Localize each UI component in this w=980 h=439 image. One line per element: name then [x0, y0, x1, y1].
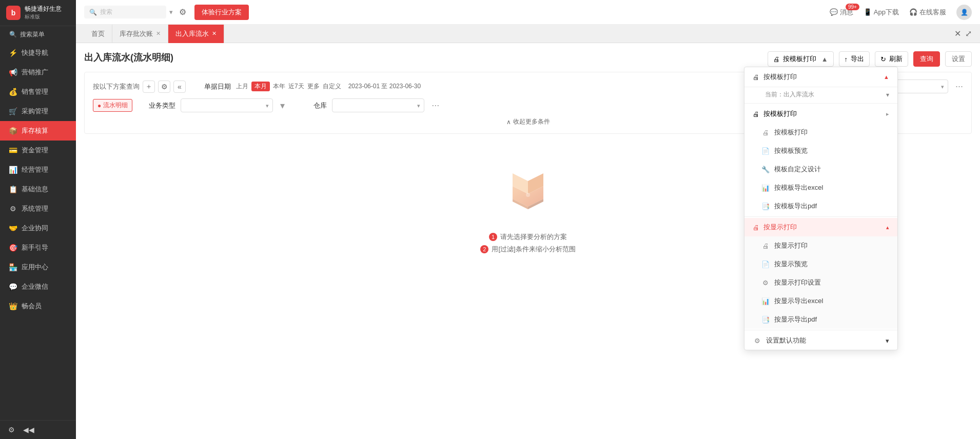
sidebar-item-system[interactable]: ⚙ 系统管理	[0, 199, 76, 218]
warehouse-more-icon[interactable]: ···	[432, 100, 439, 111]
app-download-btn[interactable]: 📱 App下载	[864, 8, 899, 17]
message-btn[interactable]: 💬 消息 99+	[830, 8, 853, 17]
sidebar-item-label: 采购管理	[22, 107, 48, 116]
display-print-settings-item[interactable]: ⚙ 按显示打印设置	[744, 273, 897, 292]
sidebar-item-marketing[interactable]: 📢 营销推广	[0, 63, 76, 82]
template-preview-item[interactable]: 📄 按模板预览	[744, 142, 897, 160]
export-icon: ↑	[845, 55, 848, 63]
app-download-icon: 📱	[864, 8, 872, 16]
sidebar-item-inventory[interactable]: 📦 库存核算	[0, 121, 76, 141]
filter-tag-icon: ●	[97, 102, 101, 109]
date-shortcuts: 上月 本月 本年 近7天 更多 自定义	[236, 82, 341, 91]
date-this-month[interactable]: 本月	[251, 82, 270, 91]
export-btn[interactable]: ↑ 导出	[839, 51, 870, 67]
settings-btn[interactable]: 设置	[945, 51, 972, 67]
set-default-label: 设置默认功能	[766, 336, 806, 345]
sidebar-item-guide[interactable]: 🎯 新手引导	[0, 238, 76, 257]
online-service-label: 在线客服	[919, 8, 946, 17]
sidebar-item-appstore[interactable]: 🏪 应用中心	[0, 257, 76, 277]
template-customize-label: 模板自定义设计	[774, 165, 821, 174]
sidebar-search-label: 搜索菜单	[20, 30, 45, 39]
sidebar-item-enterprise[interactable]: 🤝 企业协同	[0, 218, 76, 238]
quick-nav-icon: ⚡	[8, 49, 17, 57]
sidebar-nav: ⚡ 快捷导航 📢 营销推广 💰 销售管理 🛒 采购管理 📦 库存核算 💳 资金管…	[0, 43, 76, 420]
empty-hint2-row: 2 用[过滤]条件来缩小分析范围	[480, 245, 575, 254]
template-customize-item[interactable]: 🔧 模板自定义设计	[744, 160, 897, 178]
template-print-section-header[interactable]: 🖨 按模板打印 ▸	[744, 105, 897, 123]
set-default-item[interactable]: ⚙ 设置默认功能 ▾	[744, 331, 897, 350]
business-type-more-icon[interactable]: ▾	[280, 100, 285, 111]
topbar-gear-icon[interactable]: ⚙	[179, 7, 186, 17]
basic-icon: 📋	[8, 185, 17, 193]
display-section-chevron: ▴	[886, 224, 889, 231]
sidebar: b 畅捷通好生意 标准版 🔍 搜索菜单 ⚡ 快捷导航 📢 营销推广 💰 销售管理…	[0, 0, 76, 439]
print-dropdown-collapse-icon[interactable]: ▲	[884, 74, 889, 80]
app-name: 畅捷通好生意	[25, 5, 62, 13]
topbar-dropdown-icon[interactable]: ▾	[169, 8, 173, 16]
date-range-display: 2023-06-01 至 2023-06-30	[348, 82, 421, 91]
sidebar-item-label: 快捷导航	[22, 48, 48, 57]
manage-scheme-btn[interactable]: ⚙	[158, 81, 170, 93]
warehouse-select[interactable]	[332, 98, 424, 112]
tab-batch-account[interactable]: 库存批次账 ✕	[112, 25, 168, 43]
print-current-chevron[interactable]: ▾	[886, 91, 889, 98]
empty-illustration	[502, 171, 554, 222]
template-export-pdf-label: 按模板导出pdf	[774, 202, 817, 211]
doc-type-more-icon[interactable]: ···	[955, 81, 963, 92]
sidebar-search[interactable]: 🔍 搜索菜单	[0, 26, 76, 43]
date-this-year[interactable]: 本年	[273, 82, 285, 91]
business-type-select[interactable]	[181, 98, 273, 112]
sidebar-item-label: 企业微信	[22, 282, 48, 291]
industry-btn[interactable]: 体验行业方案	[194, 5, 249, 20]
print-template-btn[interactable]: 🖨 按模板打印 ▲	[768, 51, 834, 67]
user-avatar[interactable]: 👤	[956, 5, 972, 20]
set-default-chevron: ▾	[886, 337, 889, 345]
template-print-item[interactable]: 🖨 按模板打印	[744, 123, 897, 142]
template-export-excel-label: 按模板导出excel	[774, 183, 823, 192]
template-export-pdf-item[interactable]: 📑 按模板导出pdf	[744, 197, 897, 215]
sidebar-item-label: 营销推广	[22, 68, 48, 77]
sidebar-logo: b 畅捷通好生意 标准版	[0, 0, 76, 26]
tab-inout-flow[interactable]: 出入库流水 ✕	[168, 25, 224, 43]
sidebar-item-member[interactable]: 👑 畅会员	[0, 296, 76, 316]
tab-batch-account-close[interactable]: ✕	[156, 30, 161, 37]
sidebar-item-operation[interactable]: 📊 经营管理	[0, 160, 76, 179]
tab-close-all-icon[interactable]: ✕	[954, 29, 961, 38]
add-scheme-btn[interactable]: ＋	[143, 81, 155, 93]
sidebar-item-wechat[interactable]: 💬 企业微信	[0, 277, 76, 296]
wechat-icon: 💬	[8, 283, 17, 291]
date-last-7-days[interactable]: 近7天	[288, 82, 304, 91]
sidebar-item-finance[interactable]: 💳 资金管理	[0, 141, 76, 160]
collapse-sidebar-icon[interactable]: ◀◀	[23, 426, 34, 434]
date-more[interactable]: 更多	[307, 82, 320, 91]
display-print-item[interactable]: 🖨 按显示打印	[744, 236, 897, 255]
display-print-section-header[interactable]: 🖨 按显示打印 ▴	[744, 218, 897, 236]
filter-tag-label: 流水明细	[103, 101, 128, 110]
settings-icon[interactable]: ⚙	[8, 426, 15, 434]
sidebar-item-purchase[interactable]: 🛒 采购管理	[0, 102, 76, 121]
date-custom[interactable]: 自定义	[323, 82, 341, 91]
display-print-icon: 🖨	[761, 242, 770, 250]
refresh-btn[interactable]: ↻ 刷新	[875, 51, 908, 67]
tab-inout-flow-close[interactable]: ✕	[212, 30, 217, 37]
sidebar-item-label: 资金管理	[22, 146, 48, 155]
sidebar-item-basic[interactable]: 📋 基础信息	[0, 179, 76, 199]
appstore-icon: 🏪	[8, 263, 17, 271]
sidebar-item-quick-nav[interactable]: ⚡ 快捷导航	[0, 43, 76, 63]
sidebar-item-label: 企业协同	[22, 224, 48, 233]
sidebar-item-sales[interactable]: 💰 销售管理	[0, 82, 76, 102]
topbar-search-box[interactable]: 🔍 搜索	[84, 6, 166, 18]
query-btn[interactable]: 查询	[913, 51, 940, 67]
online-service-btn[interactable]: 🎧 在线客服	[909, 8, 946, 17]
date-last-month[interactable]: 上月	[236, 82, 248, 91]
template-excel-icon: 📊	[761, 184, 770, 192]
tab-expand-icon[interactable]: ⤢	[965, 29, 972, 38]
display-preview-item[interactable]: 📄 按显示预览	[744, 255, 897, 273]
display-export-excel-item[interactable]: 📊 按显示导出excel	[744, 292, 897, 310]
tab-home[interactable]: 首页	[84, 25, 112, 43]
template-export-excel-item[interactable]: 📊 按模板导出excel	[744, 178, 897, 197]
display-export-pdf-item[interactable]: 📑 按显示导出pdf	[744, 310, 897, 329]
topbar-search-icon: 🔍	[89, 9, 97, 16]
sidebar-item-label: 应用中心	[22, 263, 48, 272]
collapse-scheme-btn[interactable]: «	[173, 81, 186, 93]
